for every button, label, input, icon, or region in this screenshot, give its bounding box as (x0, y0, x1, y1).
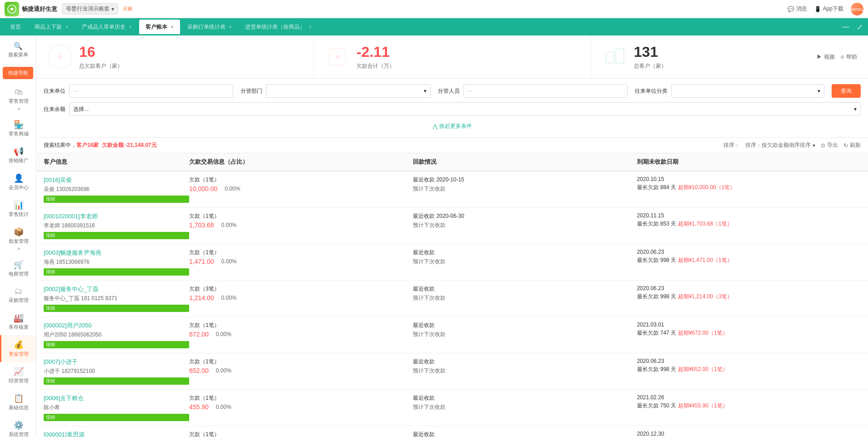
sidebar-item-basic-info[interactable]: 📋 基础信息 (0, 389, 36, 416)
tab-production-history[interactable]: 产成品入库单历史 × (75, 20, 138, 34)
sidebar-item-operation[interactable]: 📈 经营管理 (0, 362, 36, 389)
chevron-down-icon2: ▴ (18, 246, 20, 251)
top-bar-right: 💬 消息 📱 App下载 demo2 (788, 3, 863, 15)
chevron-down-icon: ▾ (111, 6, 114, 12)
overdue-link-1[interactable]: 超期¥1,703.68（1笔） (678, 221, 733, 227)
overdue-link-0[interactable]: 超期¥10,000.00（1笔） (678, 184, 736, 191)
help-button[interactable]: ⊙ 帮助 (840, 53, 857, 61)
tab-purchase-stats[interactable]: 采购订单统计表 × (181, 20, 238, 34)
chevron-down-icon4: ▾ (818, 88, 820, 94)
tab-purchase-stats-label: 采购订单统计表 (187, 23, 226, 31)
sidebar-item-retail-stats[interactable]: 📊 零售统计 (0, 196, 36, 222)
customer-name-0[interactable]: [0016]吴俊 (44, 176, 189, 184)
customer-info-6: [0006]去下粮仓 陈小希 现销 (44, 394, 189, 421)
main-layout: 🔍 搜索菜单 快捷导航 🛍 零售管理 ▴ 🏪 零售商城 📢 营销推广 👤 (0, 35, 868, 437)
col-header-recovery: 回款情况 (413, 158, 637, 166)
customer-name-5[interactable]: [0007]小进干 (44, 358, 189, 366)
overdue-link-4[interactable]: 超期¥672.00（1笔） (678, 330, 728, 336)
debt-ratio-5: 0.00% (216, 367, 231, 374)
overdue-link-3[interactable]: 超期¥1,214.00（3笔） (678, 293, 733, 300)
video-label: 视频 (824, 54, 835, 60)
sidebar-item-purchase-label: 采购管理 (9, 297, 29, 304)
customer-sub-4: 用户2050 18665062050 (44, 331, 189, 339)
last-pay-date-0: 最近收款 2020-10-15 (413, 176, 637, 184)
due-info-0: 2020.10.15 最长欠款 884 天 超期¥10,000.00（1笔） (637, 176, 861, 191)
filter-dept: 分管部门 ▾ (241, 84, 430, 98)
due-overdue-6: 最长欠款 750 天 超期¥455.90（1笔） (637, 402, 861, 410)
from-unit-input[interactable]: ··· (69, 84, 233, 98)
svg-text:✦: ✦ (334, 52, 341, 61)
sidebar-item-marketing[interactable]: 📢 营销推广 (0, 142, 36, 169)
customer-sub-6: 陈小希 (44, 404, 189, 412)
operation-icon: 📈 (14, 367, 24, 377)
recovery-info-6: 最近收款 预计下次收款 (413, 394, 637, 411)
dept-select[interactable]: ▾ (266, 84, 430, 98)
person-input[interactable]: ··· (463, 84, 627, 98)
stat-card-debt-customers: ¥ 16 总欠款客户（家） (36, 35, 314, 78)
logo-area: 畅捷通好生意 (5, 2, 57, 16)
tab-minimize-button[interactable]: — (840, 23, 851, 31)
tab-product-status[interactable]: 商品上下架 × (28, 20, 75, 34)
customer-name-1[interactable]: [0001020001]李老师 (44, 212, 189, 221)
sidebar-item-ecommerce[interactable]: 🛒 电商管理 (0, 255, 36, 282)
balance-label: 往来余额 (44, 105, 65, 113)
tab-purchase-stats2-close[interactable]: × (309, 25, 311, 30)
sidebar-item-inventory[interactable]: 🏭 库存核算 (0, 308, 36, 335)
sidebar-item-member[interactable]: 👤 会员中心 (0, 169, 36, 196)
tab-purchase-stats2[interactable]: 进货单统计表（按商品） × (239, 20, 318, 34)
tab-expand-button[interactable]: ⤢ (855, 23, 864, 31)
tab-bar: 首页 商品上下架 × 产成品入库单历史 × 客户账本 × 采购订单统计表 × 进… (0, 18, 868, 35)
tab-customer-account[interactable]: 客户账本 × (139, 20, 180, 34)
svg-text:¥: ¥ (57, 51, 63, 61)
sidebar-item-finance[interactable]: 💰 资金管理 (0, 335, 36, 362)
sidebar-item-purchase[interactable]: 🗂 采购管理 (0, 282, 36, 308)
search-button[interactable]: 查询 (832, 84, 861, 98)
next-pay-label-5: 预计下次收款 (413, 367, 637, 375)
due-overdue-3: 最长欠款 998 天 超期¥1,214.00（3笔） (637, 293, 861, 301)
search-menu-button[interactable]: 🔍 搜索菜单 (2, 39, 34, 61)
due-overdue-1: 最长欠款 853 天 超期¥1,703.68（1笔） (637, 220, 861, 228)
tab-purchase-stats-close[interactable]: × (229, 25, 232, 30)
sort-value: 排序：按欠款金额倒序排序 (745, 141, 811, 149)
sidebar-item-retail-mgmt[interactable]: 🛍 零售管理 ▴ (0, 83, 36, 115)
user-avatar[interactable]: demo2 (851, 3, 863, 15)
chevron-down-icon5: ▾ (854, 106, 857, 112)
due-date-7: 2020.12.30 (637, 431, 861, 437)
recovery-info-2: 最近收款 预计下次收款 (413, 249, 637, 266)
play-icon: ▶ (817, 54, 822, 60)
debt-count-5: 欠款（1笔） (189, 358, 413, 366)
brand-link[interactable]: 示账 (123, 5, 133, 12)
collapse-button[interactable]: ⋀ 收起更多条件 (44, 122, 861, 130)
export-button[interactable]: ⊙ 导出 (821, 141, 838, 149)
customer-tag-6: 现销 (44, 414, 189, 421)
sidebar-item-batch-mgmt[interactable]: 📦 批发管理 ▴ (0, 222, 36, 255)
balance-select[interactable]: 选择... ▾ (69, 102, 861, 116)
customer-name-6[interactable]: [0006]去下粮仓 (44, 394, 189, 402)
next-pay-label-0: 预计下次收款 (413, 185, 637, 193)
refresh-button[interactable]: ↻ 刷新 (843, 141, 861, 149)
app-download-button[interactable]: 📱 App下载 (814, 5, 843, 13)
message-button[interactable]: 💬 消息 (788, 5, 807, 13)
tab-purchase-stats2-label: 进货单统计表（按商品） (245, 23, 305, 31)
overdue-link-2[interactable]: 超期¥1,471.00（1笔） (678, 257, 733, 263)
svg-rect-5 (606, 52, 614, 63)
category-select[interactable]: ▾ (671, 84, 824, 98)
industry-selector[interactable]: 母婴行业演示账套 ▾ (62, 3, 118, 15)
tab-product-status-close[interactable]: × (65, 25, 68, 30)
quick-nav-button[interactable]: 快捷导航 (3, 67, 33, 79)
video-button[interactable]: ▶ 视频 (817, 53, 834, 61)
stat-content-debt-total: -2.11 欠款合计（万） (356, 44, 395, 70)
customer-name-7[interactable]: [000001]黄思源 (44, 431, 189, 437)
customer-name-4[interactable]: [000002]用户2050 (44, 321, 189, 330)
overdue-link-5[interactable]: 超期¥652.00（1笔） (678, 366, 728, 372)
sidebar-item-retail-store[interactable]: 🏪 零售商城 (0, 115, 36, 142)
customer-name-2[interactable]: [0003]畅捷服务尹海燕 (44, 249, 189, 257)
sort-select[interactable]: 排序：按欠款金额倒序排序 ▾ (745, 141, 815, 149)
overdue-link-6[interactable]: 超期¥455.90（1笔） (678, 402, 728, 409)
tab-home[interactable]: 首页 (4, 20, 27, 34)
stat-label-debt-total: 欠款合计（万） (356, 62, 395, 70)
tab-customer-account-close[interactable]: × (171, 25, 174, 30)
tab-production-history-close[interactable]: × (129, 25, 132, 30)
sidebar-item-system[interactable]: ⚙️ 系统管理 (0, 416, 36, 437)
customer-name-3[interactable]: [0002]服务中心_丁磊 (44, 285, 189, 293)
